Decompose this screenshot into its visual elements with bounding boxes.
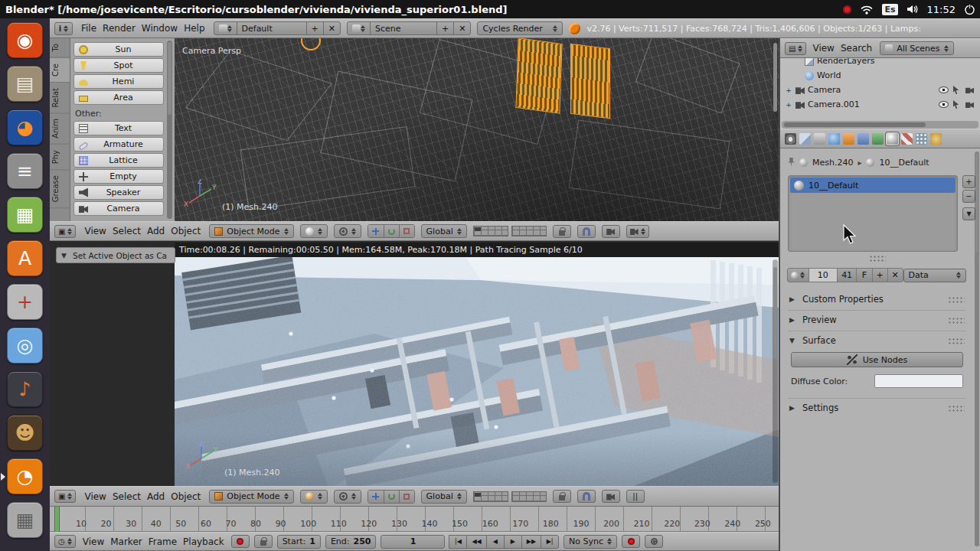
editor-type-info-icon[interactable]: i	[54, 22, 73, 35]
outliner-row-world[interactable]: World	[780, 68, 980, 83]
expand-toggle[interactable]: +	[785, 101, 792, 109]
render-toggle-icon[interactable]	[965, 101, 974, 109]
translate-manipulator-button[interactable]	[368, 491, 384, 503]
expand-toggle[interactable]: +	[785, 86, 792, 94]
launcher-media-app[interactable]: ♪	[7, 371, 43, 407]
editor-type-outliner-icon[interactable]: ▤	[785, 42, 806, 55]
tool-shelf-tab[interactable]: To	[50, 38, 70, 58]
transform-orientation-select[interactable]: Global	[421, 224, 467, 238]
sync-mode-select[interactable]: No Sync	[564, 535, 617, 549]
pivot-select[interactable]	[334, 224, 361, 238]
auto-keyframe-button[interactable]	[622, 535, 640, 548]
menu-render[interactable]: Render	[100, 23, 138, 34]
scale-manipulator-button[interactable]	[399, 225, 414, 237]
menu-playback[interactable]: Playback	[181, 536, 227, 547]
timeline-ruler[interactable]: 1020304050607080901001101201301401501601…	[50, 507, 779, 532]
menu-add[interactable]: Add	[145, 491, 167, 502]
screen-recorder-icon[interactable]	[843, 5, 851, 14]
tab-object-data[interactable]	[872, 133, 884, 145]
outliner-row-camera[interactable]: + Camera	[780, 83, 980, 97]
delete-scene-button[interactable]: ✕	[453, 21, 471, 35]
diffuse-color-swatch[interactable]	[874, 374, 963, 388]
menu-help[interactable]: Help	[181, 23, 207, 34]
add-camera-button[interactable]: Camera	[74, 201, 164, 216]
render-viewport-scrollbar[interactable]	[773, 259, 778, 483]
launcher-blender[interactable]: ◔	[7, 458, 43, 494]
launcher-workspace-switcher[interactable]: ▦	[7, 502, 43, 538]
menu-search[interactable]: Search	[838, 43, 874, 54]
panel-header[interactable]: ▼ Surface	[788, 332, 966, 349]
last-operator-panel[interactable]: ▼ Set Active Object as Ca	[56, 247, 175, 263]
tool-shelf-tab[interactable]: Cre	[50, 58, 70, 83]
clock[interactable]: 11:52	[927, 4, 956, 15]
menu-view[interactable]: View	[82, 491, 108, 502]
tool-shelf-tab[interactable]: Anim	[50, 113, 70, 145]
menu-view[interactable]: View	[810, 43, 836, 54]
next-keyframe-button[interactable]: ▶▶	[521, 535, 541, 549]
new-material-button[interactable]: +	[872, 268, 888, 282]
jump-to-start-button[interactable]: |◀	[449, 535, 467, 549]
menu-view[interactable]: View	[80, 536, 106, 547]
users-count-button[interactable]: 41	[837, 268, 858, 282]
add-layout-button[interactable]: +	[306, 21, 324, 35]
opengl-render-anim-button[interactable]	[626, 225, 649, 238]
layout-name-field[interactable]: Default	[237, 21, 307, 35]
tool-shelf-tab[interactable]: Grease	[50, 170, 70, 208]
play-button[interactable]: ▶	[504, 535, 522, 549]
hide-toggle-icon[interactable]	[939, 86, 949, 93]
browse-scene-button[interactable]	[347, 21, 371, 35]
outliner-scrollbar[interactable]	[782, 121, 978, 129]
layers-widget[interactable]	[473, 226, 547, 236]
tab-modifiers[interactable]	[858, 133, 869, 145]
panel-grip[interactable]	[948, 296, 965, 303]
menu-file[interactable]: File	[79, 23, 99, 34]
breadcrumb-object[interactable]: Mesh.240	[812, 158, 853, 168]
delete-layout-button[interactable]: ✕	[323, 21, 341, 35]
viewport-scrollbar[interactable]	[773, 40, 778, 220]
panel-header[interactable]: ▶ Preview	[788, 311, 966, 328]
volume-icon[interactable]	[906, 4, 919, 15]
menu-frame[interactable]: Frame	[146, 536, 179, 547]
lock-camera-button[interactable]	[553, 490, 571, 503]
current-frame-field[interactable]: 1	[381, 535, 445, 549]
lock-camera-button[interactable]	[553, 225, 571, 238]
tab-texture[interactable]	[901, 133, 913, 145]
wifi-icon[interactable]	[860, 5, 874, 15]
opengl-render-button[interactable]	[602, 490, 620, 503]
launcher-ubuntu-dash[interactable]: ◉	[7, 22, 43, 58]
tab-particles[interactable]	[916, 133, 927, 145]
pause-render-button[interactable]: ||	[626, 490, 645, 503]
shading-select[interactable]	[300, 490, 328, 504]
remove-slot-button[interactable]: −	[962, 190, 975, 203]
add-hemi-button[interactable]: Hemi	[74, 74, 164, 89]
launcher-system-tools[interactable]: +	[7, 284, 43, 320]
menu-view[interactable]: View	[82, 226, 108, 236]
menu-object[interactable]: Object	[168, 226, 203, 236]
jump-to-end-button[interactable]: ▶|	[541, 535, 559, 549]
scene-name-field[interactable]: Scene	[370, 21, 437, 35]
launcher-libreoffice-calc[interactable]: ▦	[7, 197, 43, 233]
use-nodes-button[interactable]: Use Nodes	[791, 352, 963, 367]
tab-physics[interactable]	[930, 133, 942, 145]
tab-render-layers[interactable]	[799, 133, 811, 145]
editor-type-3dview-icon[interactable]: ▣	[54, 490, 76, 503]
tab-world[interactable]	[828, 133, 840, 145]
selectable-toggle-icon[interactable]	[953, 100, 961, 109]
lock-button[interactable]	[254, 535, 273, 548]
menu-window[interactable]: Window	[139, 23, 180, 34]
mode-select[interactable]: Object Mode	[209, 490, 293, 504]
tab-material[interactable]	[887, 133, 898, 145]
menu-select[interactable]: Select	[110, 491, 143, 502]
launcher-game[interactable]: ☻	[7, 415, 43, 451]
panel-header[interactable]: ▶ Settings	[788, 399, 966, 416]
browse-material-button[interactable]	[787, 268, 809, 282]
tool-shelf-tab[interactable]: Relat	[50, 83, 70, 113]
breadcrumb-material[interactable]: 10__Default	[879, 158, 929, 168]
pin-icon[interactable]	[788, 158, 795, 167]
list-resize-grip[interactable]	[869, 255, 886, 262]
panel-header[interactable]: ▶ Custom Properties	[788, 291, 966, 308]
render-toggle-icon[interactable]	[965, 86, 974, 94]
material-slot-active[interactable]: 10__Default	[790, 178, 956, 193]
menu-marker[interactable]: Marker	[108, 536, 144, 547]
layers-widget[interactable]	[473, 491, 547, 502]
